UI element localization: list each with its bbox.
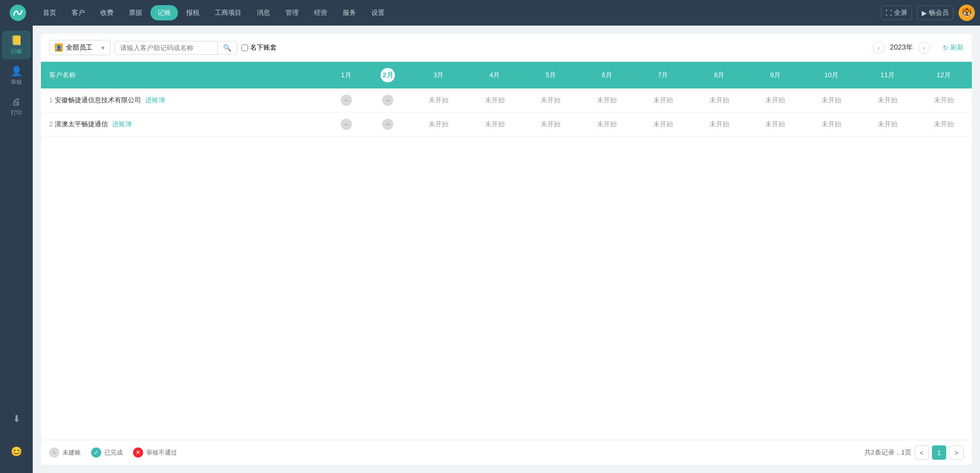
- month-cell-6: 未开始: [579, 88, 635, 112]
- table-header-row: 客户名称 1月 2月 3月 4月 5月 6月 7月 8月 9月 10月: [41, 62, 972, 88]
- row-index: 2: [49, 120, 53, 128]
- content: 👤 全部员工 ▾ 🔍 名下账套: [33, 26, 980, 473]
- nav-item-invoice[interactable]: 票据: [122, 5, 149, 20]
- not-started-circle[interactable]: −: [382, 119, 393, 130]
- fullscreen-button[interactable]: ⛶ 全屏: [881, 6, 912, 20]
- nav-item-operation[interactable]: 经营: [307, 5, 335, 20]
- year-navigation: ‹ 2023年 ›: [873, 41, 930, 54]
- year-display: 2023年: [890, 43, 913, 52]
- total-records: 共2条记录，1页: [864, 448, 911, 457]
- employee-select[interactable]: 👤 全部员工 ▾: [49, 40, 110, 55]
- month-cell-11: 未开始: [859, 112, 916, 137]
- nav-item-bookkeeping[interactable]: 记账: [150, 5, 178, 20]
- col-header-jan: 1月: [327, 62, 366, 88]
- play-icon: ▶: [922, 9, 927, 17]
- prev-year-button[interactable]: ‹: [873, 41, 885, 54]
- completed-label: 已完成: [104, 448, 123, 457]
- enter-ledger-link[interactable]: 进账簿: [112, 120, 132, 128]
- col-header-may: 5月: [523, 62, 579, 88]
- chevron-right-icon: ›: [923, 44, 925, 52]
- month-cell-1: −: [327, 88, 366, 112]
- sidebar-item-download[interactable]: ⬇: [2, 404, 31, 433]
- nav-item-settings[interactable]: 设置: [364, 5, 392, 20]
- client-name: 漠澳太平畅捷通信: [55, 120, 108, 128]
- nav-item-business[interactable]: 工商项目: [208, 5, 249, 20]
- nav-items: 首页 客户 收费 票据 记账 报税 工商项目 消息 管理 经营 服务 设置: [36, 5, 881, 20]
- nav-item-service[interactable]: 服务: [336, 5, 363, 20]
- prev-page-icon: <: [920, 449, 924, 457]
- chevron-left-icon: ‹: [878, 44, 880, 52]
- content-inner: 👤 全部员工 ▾ 🔍 名下账套: [33, 26, 980, 473]
- search-wrap: 🔍: [115, 41, 237, 55]
- failed-label: 审核不通过: [146, 448, 177, 457]
- legend-failed: ✕ 审核不通过: [133, 447, 177, 458]
- next-page-icon: >: [954, 449, 959, 457]
- not-started-text: 未开始: [653, 120, 673, 128]
- my-accounts-label: 名下账套: [250, 43, 277, 52]
- col-header-aug: 8月: [691, 62, 747, 88]
- month-cell-3: 未开始: [410, 112, 466, 137]
- nav-item-home[interactable]: 首页: [36, 5, 63, 20]
- sidebar-item-print[interactable]: 🖨 打印: [2, 92, 31, 121]
- not-started-icon: −: [49, 447, 59, 458]
- month-cell-4: 未开始: [466, 112, 523, 137]
- month-cell-12: 未开始: [916, 88, 972, 112]
- col-header-feb: 2月: [366, 62, 411, 88]
- sidebar: 📒 记账 👤 审核 🖨 打印 ⬇ 😊: [0, 26, 33, 473]
- my-accounts-checkbox[interactable]: [241, 44, 248, 51]
- main-layout: 📒 记账 👤 审核 🖨 打印 ⬇ 😊 👤: [0, 26, 980, 473]
- nav-item-message[interactable]: 消息: [250, 5, 277, 20]
- not-started-text: 未开始: [653, 96, 673, 104]
- row-index: 1: [49, 96, 53, 104]
- sidebar-item-bookkeeping[interactable]: 📒 记账: [2, 31, 31, 59]
- fullscreen-label: 全屏: [894, 8, 907, 17]
- col-header-dec: 12月: [916, 62, 972, 88]
- fullscreen-icon: ⛶: [885, 9, 892, 17]
- col-header-name: 客户名称: [41, 62, 327, 88]
- month-cell-10: 未开始: [804, 88, 860, 112]
- refresh-icon: ↻: [943, 44, 948, 52]
- search-button[interactable]: 🔍: [217, 41, 237, 54]
- not-started-text: 未开始: [934, 96, 954, 104]
- not-started-circle[interactable]: −: [341, 119, 352, 130]
- my-accounts-filter[interactable]: 名下账套: [241, 43, 277, 52]
- enter-ledger-link[interactable]: 进账簿: [145, 96, 165, 104]
- not-started-circle[interactable]: −: [382, 95, 393, 106]
- member-button[interactable]: ▶ 畅会员: [917, 6, 953, 20]
- month-cell-7: 未开始: [635, 112, 691, 137]
- row-name-cell: 1安徽畅捷通信息技术有限公司进账簿: [41, 88, 327, 112]
- next-year-button[interactable]: ›: [918, 41, 930, 54]
- not-started-text: 未开始: [541, 96, 561, 104]
- nav-item-tax[interactable]: 报税: [179, 5, 207, 20]
- not-started-text: 未开始: [821, 96, 841, 104]
- page-1-button[interactable]: 1: [932, 445, 946, 460]
- employee-icon: 👤: [55, 43, 63, 52]
- not-started-text: 未开始: [597, 120, 617, 128]
- not-started-text: 未开始: [765, 120, 785, 128]
- avatar[interactable]: 🐯: [959, 5, 975, 21]
- not-started-text: 未开始: [765, 96, 785, 104]
- table-wrap: 客户名称 1月 2月 3月 4月 5月 6月 7月 8月 9月 10月: [41, 62, 972, 440]
- month-cell-6: 未开始: [579, 112, 635, 137]
- table-row: 2漠澳太平畅捷通信进账簿−−未开始未开始未开始未开始未开始未开始未开始未开始未开…: [41, 112, 972, 137]
- legend-not-started: − 未建账: [49, 447, 81, 458]
- month-cell-9: 未开始: [747, 112, 804, 137]
- nav-item-fee[interactable]: 收费: [93, 5, 121, 20]
- failed-icon: ✕: [133, 447, 143, 458]
- sidebar-bottom: ⬇ 😊: [2, 404, 31, 468]
- nav-item-client[interactable]: 客户: [64, 5, 92, 20]
- sidebar-item-review[interactable]: 👤 审核: [2, 61, 31, 90]
- sidebar-item-user[interactable]: 😊: [2, 437, 31, 466]
- month-cell-1: −: [327, 112, 366, 137]
- sidebar-item-bookkeeping-label: 记账: [11, 48, 22, 55]
- next-page-button[interactable]: >: [949, 445, 964, 460]
- employee-label: 全部员工: [66, 43, 93, 52]
- month-cell-10: 未开始: [804, 112, 860, 137]
- download-icon: ⬇: [13, 413, 20, 424]
- search-icon: 🔍: [223, 44, 232, 52]
- refresh-button[interactable]: ↻ 刷新: [943, 43, 964, 52]
- prev-page-button[interactable]: <: [915, 445, 929, 460]
- not-started-circle[interactable]: −: [341, 95, 352, 106]
- search-input[interactable]: [115, 41, 217, 54]
- nav-item-manage[interactable]: 管理: [278, 5, 306, 20]
